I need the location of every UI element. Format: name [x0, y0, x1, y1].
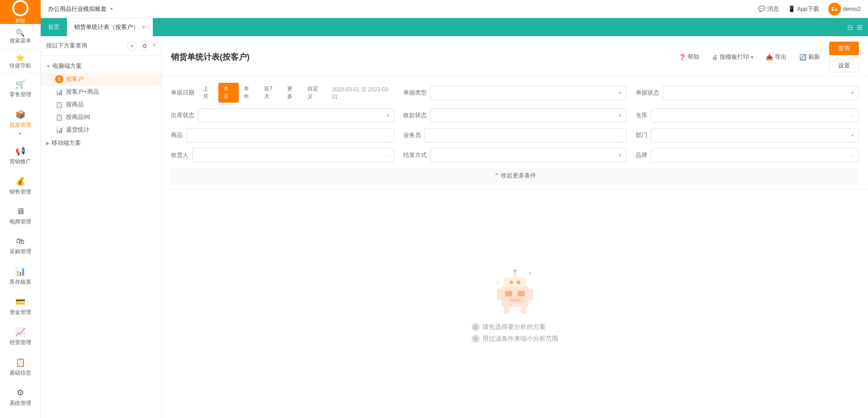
tip-1-text: 请先选择要分析的方案: [482, 323, 546, 331]
page-actions: ❓ 帮助 🖨 按模板打印 ▾ 📤 导出 🔄 刷新: [675, 42, 859, 72]
home-tab-label: 首页: [48, 23, 60, 31]
tab-home[interactable]: 首页: [41, 18, 67, 36]
left-panel: 按以下方案查询 + ⚙ « ▼ 电脑端方案: [41, 36, 162, 418]
collapse-panel-btn[interactable]: «: [152, 41, 156, 51]
warehouse-label: 仓库: [636, 111, 647, 119]
export-btn[interactable]: 📤 导出: [762, 51, 790, 63]
sidebar-item-ecommerce[interactable]: 🖥 电商管理: [0, 201, 40, 231]
tab-bar: 首页 销货单统计表（按客户） ✕ ⊟ ⊞: [41, 18, 868, 36]
tree-desktop-section[interactable]: ▼ 电脑端方案: [41, 59, 161, 73]
salesperson-dots: ···: [617, 132, 622, 139]
receipt-select[interactable]: ▾: [430, 108, 627, 123]
main-wrapper: 办公用品行业模拟账套 ▾ 💬 消息 📱 App下载 Ea demo2 首页: [41, 0, 868, 418]
query-btn[interactable]: 查询: [829, 42, 859, 55]
receiver-label: 收货人: [171, 151, 189, 159]
settings-btn[interactable]: 设置: [829, 59, 859, 72]
sales-stats-tab-label: 销货单统计表（按客户）: [74, 23, 139, 31]
sidebar-item-sales[interactable]: 💰 销售管理: [0, 171, 40, 201]
print-arrow: ▾: [751, 55, 753, 60]
salesperson-select[interactable]: ···: [425, 128, 627, 142]
order-type-chevron: ▾: [619, 90, 622, 96]
inventory-label: 库存核算: [9, 278, 31, 286]
sidebar-item-marketing[interactable]: 📢 营销推广: [0, 141, 40, 171]
message-btn[interactable]: 💬 消息: [758, 5, 779, 13]
operations-icon: 📈: [15, 327, 25, 337]
collapse-up-icon: ⌃: [494, 172, 499, 179]
sidebar-item-purchase[interactable]: 🛍 采购管理: [0, 231, 40, 261]
order-type-select[interactable]: ▾: [430, 86, 627, 100]
by-product-icon: 📋: [55, 100, 63, 109]
breadcrumb-arrow[interactable]: ▾: [110, 6, 113, 12]
order-status-chevron: ▾: [851, 90, 854, 96]
settlement-select[interactable]: ▾: [430, 148, 627, 162]
tree-mobile-section[interactable]: ▶ 移动端方案: [41, 136, 161, 150]
tree-arrow-mobile: ▶: [46, 141, 50, 146]
print-icon: 🖨: [712, 54, 718, 61]
tree-section: ▼ 电脑端方案 按 按客户 📊 按客户+商品 📋 按商品 📋 按商品9: [41, 56, 161, 153]
basic-icon: 📋: [15, 357, 25, 367]
ecommerce-label: 电商管理: [9, 218, 31, 226]
tree-by-product-99[interactable]: 📋 按商品99: [41, 111, 161, 124]
receiver-select[interactable]: ···: [192, 148, 394, 162]
user-menu[interactable]: Ea demo2: [828, 3, 861, 15]
add-scheme-btn[interactable]: +: [127, 41, 137, 51]
warehouse-select[interactable]: ···: [651, 108, 859, 123]
order-status-select[interactable]: ▾: [663, 86, 859, 100]
department-label: 部门: [636, 131, 647, 139]
refresh-btn[interactable]: 🔄 刷新: [796, 51, 824, 63]
brand-dots: ···: [849, 152, 854, 159]
sidebar-item-wholesale[interactable]: 📦 批发管理 ▲: [0, 104, 40, 141]
svg-rect-5: [521, 307, 526, 314]
sidebar-item-enterprise[interactable]: 🤝 企业协同: [0, 413, 40, 418]
sidebar-item-operations[interactable]: 📈 经营管理: [0, 322, 40, 352]
tree-by-customer[interactable]: 按 按客户: [41, 73, 161, 86]
print-btn[interactable]: 🖨 按模板打印 ▾: [708, 51, 757, 63]
retail-label: 零售管理: [9, 91, 31, 99]
by-product-label: 按商品: [66, 100, 84, 109]
date-tab-7days[interactable]: 近7天: [259, 83, 282, 103]
brand-filter: 品牌 ···: [636, 148, 859, 162]
date-tab-thismonth[interactable]: 本月: [218, 83, 239, 103]
filter-area: 单据日期 上月 本月 本年 近7天 更多 自定义 2023-03-01 至 20…: [162, 76, 868, 190]
outstock-label: 出库状态: [171, 111, 194, 119]
app-download-btn[interactable]: 📱 App下载: [788, 5, 819, 13]
sidebar-item-finance[interactable]: 💳 资金管理: [0, 291, 40, 322]
tab-close-icon[interactable]: ✕: [142, 24, 146, 30]
tree-by-product[interactable]: 📋 按商品: [41, 98, 161, 111]
settlement-filter: 结算方式 ▾: [403, 148, 627, 162]
window-minimize-icon[interactable]: ⊟: [847, 23, 853, 32]
mobile-section-label: 移动端方案: [52, 139, 81, 147]
tree-by-customer-product[interactable]: 📊 按客户+商品: [41, 86, 161, 98]
date-tab-lastmonth[interactable]: 上月: [198, 83, 218, 103]
outstock-select[interactable]: ▾: [198, 108, 394, 123]
order-status-filter: 单据状态 ▾: [636, 86, 859, 100]
finance-label: 资金管理: [9, 309, 31, 316]
window-maximize-icon[interactable]: ⊞: [857, 23, 863, 32]
department-select[interactable]: ▾: [651, 128, 859, 142]
brand-select[interactable]: ···: [651, 148, 859, 162]
date-tab-more[interactable]: 更多: [282, 83, 302, 103]
filter-row-2: 出库状态 ▾ 收款状态 ▾ 仓库: [171, 108, 859, 123]
sidebar-item-inventory[interactable]: 📊 库存核算: [0, 261, 40, 291]
return-stats-icon: 📊: [55, 126, 63, 134]
product-select[interactable]: ···: [186, 128, 394, 142]
svg-point-12: [514, 269, 516, 272]
sidebar-item-basic[interactable]: 📋 基础信息: [0, 352, 40, 382]
sidebar: 标版 🔍 搜索菜单 ⭐ 快捷导航 🛒 零售管理 📦 批发管理 ▲ 📢 营销推广 …: [0, 0, 41, 418]
tab-sales-stats[interactable]: 销货单统计表（按客户） ✕: [67, 18, 153, 36]
collapse-more-btn[interactable]: ⌃ 收起更多条件: [171, 168, 859, 183]
operations-label: 经营管理: [9, 339, 31, 347]
sidebar-item-retail[interactable]: 🛒 零售管理: [0, 74, 40, 104]
product-filter: 商品 ···: [171, 128, 394, 142]
sidebar-item-system[interactable]: ⚙ 系统管理: [0, 382, 40, 413]
sidebar-quick-nav[interactable]: ⭐ 快捷导航: [0, 50, 40, 74]
right-panel: 销货单统计表(按客户) ❓ 帮助 🖨 按模板打印 ▾ 📤 导出: [162, 36, 868, 418]
sidebar-search[interactable]: 🔍 搜索菜单: [0, 24, 40, 50]
date-tab-thisyear[interactable]: 本年: [239, 83, 259, 103]
date-tab-custom[interactable]: 自定义: [302, 83, 328, 103]
scheme-settings-btn[interactable]: ⚙: [140, 41, 150, 51]
outstock-chevron: ▾: [387, 113, 389, 119]
tree-return-stats[interactable]: 📊 退货统计: [41, 124, 161, 136]
quick-nav-label: 快捷导航: [9, 62, 31, 69]
help-btn[interactable]: ❓ 帮助: [675, 51, 703, 63]
